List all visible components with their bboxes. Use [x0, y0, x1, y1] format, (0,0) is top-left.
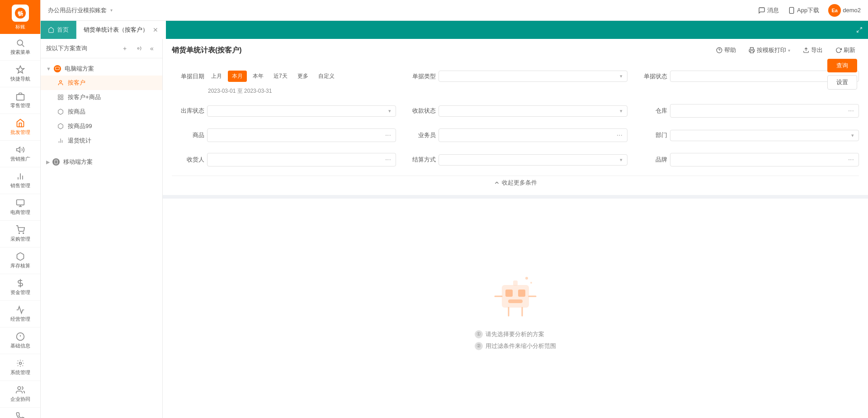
date-label: 单据日期: [172, 72, 204, 81]
tab-sales-stats[interactable]: 销货单统计表（按客户） ✕: [76, 21, 166, 39]
sidebar-item-label: 经营管理: [10, 316, 30, 323]
brand-dots-btn[interactable]: ···: [848, 156, 854, 164]
date-btn-custom[interactable]: 自定义: [314, 71, 339, 82]
export-btn[interactable]: 导出: [799, 44, 826, 56]
topbar-right: 消息 App下载 Ea demo2: [758, 4, 861, 17]
svg-rect-36: [61, 98, 63, 100]
scheme-group-desktop: ▼ 电脑端方案 按客户 按客户+商品: [41, 58, 162, 152]
department-filter-cell: 部门 ▾: [635, 128, 859, 142]
sidebar-item-inventory[interactable]: 库存核算: [0, 247, 40, 274]
scheme-item-bar-icon: [57, 137, 64, 144]
date-btn-this-month[interactable]: 本月: [228, 71, 247, 82]
svg-rect-47: [518, 290, 525, 297]
query-btn[interactable]: 查询: [827, 59, 857, 72]
settlement-select[interactable]: ▾: [439, 154, 627, 166]
scheme-item-by-product[interactable]: 按商品: [41, 104, 162, 119]
app-download-btn[interactable]: App下载: [788, 6, 819, 14]
industry-label: 办公用品行业模拟账套: [48, 6, 107, 14]
svg-rect-5: [16, 95, 24, 100]
warehouse-input[interactable]: ···: [670, 104, 859, 118]
sidebar-item-sales[interactable]: 销售管理: [0, 167, 40, 194]
sidebar-item-search[interactable]: 搜索菜单: [0, 34, 40, 61]
industry-dropdown-arrow[interactable]: ▾: [110, 8, 113, 13]
scheme-group-mobile-title[interactable]: ▶ 移动端方案: [41, 155, 162, 169]
scheme-header: 按以下方案查询 + «: [41, 39, 162, 58]
receipt-status-filter-cell: 收款状态 ▾: [403, 104, 627, 118]
svg-point-55: [530, 282, 532, 284]
consignee-input[interactable]: ···: [207, 153, 396, 166]
sidebar-item-retail[interactable]: 零售管理: [0, 87, 40, 114]
scheme-group-expand-icon: ▼: [46, 66, 51, 71]
sidebar-item-marketing[interactable]: 营销推广: [0, 141, 40, 167]
order-type-filter-cell: 单据类型 ▾: [403, 71, 627, 82]
tabbar-expand-btn[interactable]: [851, 21, 868, 39]
scheme-item-by-product99[interactable]: 按商品99: [41, 119, 162, 133]
tab-home[interactable]: 首页: [41, 21, 76, 39]
message-btn[interactable]: 消息: [758, 6, 779, 14]
scheme-item-by-customer-product-label: 按客户+商品: [68, 93, 101, 101]
sidebar-item-ecommerce[interactable]: 电商管理: [0, 194, 40, 221]
salesperson-input[interactable]: ···: [439, 128, 627, 142]
date-btn-last-month[interactable]: 上月: [207, 71, 226, 82]
order-type-label: 单据类型: [403, 72, 436, 81]
template-print-btn[interactable]: 按模板打印 ▾: [745, 44, 794, 56]
sidebar-item-newuser[interactable]: 新手引导: [0, 408, 40, 418]
settings-btn[interactable]: 设置: [827, 75, 857, 90]
svg-point-13: [19, 233, 19, 234]
sidebar-item-wholesale[interactable]: 批发管理: [0, 114, 40, 141]
brand-input[interactable]: ···: [670, 153, 859, 166]
empty-tip1-text: 请先选择要分析的方案: [486, 330, 544, 338]
tip-num-1: ①: [475, 330, 483, 338]
product-dots-btn[interactable]: ···: [385, 131, 391, 139]
refresh-btn[interactable]: 刷新: [832, 44, 859, 56]
scheme-group-desktop-title[interactable]: ▼ 电脑端方案: [41, 62, 162, 76]
sidebar-item-basic[interactable]: 基础信息: [0, 328, 40, 354]
template-print-arrow[interactable]: ▾: [788, 48, 790, 53]
sidebar-item-enterprise[interactable]: 企业协同: [0, 381, 40, 408]
date-btn-this-year[interactable]: 本年: [249, 71, 268, 82]
date-btn-more[interactable]: 更多: [293, 71, 312, 82]
collapse-more-btn[interactable]: 收起更多条件: [172, 176, 859, 190]
sidebar-item-purchase[interactable]: 采购管理: [0, 221, 40, 247]
scheme-collapse-btn[interactable]: «: [147, 43, 157, 53]
sidebar-item-operation[interactable]: 经营管理: [0, 301, 40, 328]
scheme-add-btn[interactable]: +: [120, 43, 130, 53]
scheme-item-return-stats[interactable]: 退货统计: [41, 133, 162, 148]
tab-close-btn[interactable]: ✕: [153, 26, 158, 33]
out-status-arrow: ▾: [388, 108, 391, 114]
filter-grid-row2: 出库状态 ▾ 收款状态 ▾ 仓库: [172, 99, 859, 123]
export-label: 导出: [811, 46, 823, 54]
svg-rect-35: [58, 98, 60, 100]
salesperson-dots-btn[interactable]: ···: [617, 131, 623, 139]
scheme-item-by-customer-product[interactable]: 按客户+商品: [41, 90, 162, 104]
svg-line-28: [860, 28, 862, 29]
sidebar-item-shortcut[interactable]: 快捷导航: [0, 61, 40, 87]
receipt-status-select[interactable]: ▾: [439, 105, 627, 117]
order-status-label: 单据状态: [635, 72, 667, 81]
order-type-select[interactable]: ▾: [439, 71, 627, 82]
empty-tip2: ② 用过滤条件来缩小分析范围: [475, 342, 556, 350]
sidebar-item-system[interactable]: 系统管理: [0, 354, 40, 381]
out-status-select[interactable]: ▾: [207, 105, 396, 117]
scheme-item-by-customer[interactable]: 按客户: [41, 76, 162, 90]
svg-line-3: [22, 45, 24, 47]
svg-rect-43: [750, 51, 754, 53]
date-quick-btns: 上月 本月 本年 近7天 更多 自定义: [207, 71, 339, 82]
consignee-dots-btn[interactable]: ···: [385, 156, 391, 164]
date-btn-last7days[interactable]: 近7天: [269, 71, 292, 82]
sidebar-item-label: 系统管理: [10, 369, 30, 376]
department-select[interactable]: ▾: [670, 130, 859, 141]
scheme-edit-btn[interactable]: [133, 43, 143, 53]
date-control: 上月 本月 本年 近7天 更多 自定义: [207, 71, 396, 82]
user-menu[interactable]: Ea demo2: [828, 4, 861, 17]
scheme-group-mobile-label: 移动端方案: [63, 158, 93, 166]
sidebar-item-finance[interactable]: 资金管理: [0, 274, 40, 301]
consignee-filter-cell: 收货人 ···: [172, 153, 396, 166]
scheme-group-desktop-label: 电脑端方案: [65, 65, 94, 73]
product-input[interactable]: ···: [207, 128, 396, 142]
salesperson-filter-cell: 业务员 ···: [403, 128, 627, 142]
warehouse-dots-btn[interactable]: ···: [848, 107, 854, 115]
sidebar-item-label: 采购管理: [10, 236, 30, 242]
help-btn[interactable]: 帮助: [712, 44, 740, 56]
empty-tips: ① 请先选择要分析的方案 ② 用过滤条件来缩小分析范围: [475, 330, 556, 350]
